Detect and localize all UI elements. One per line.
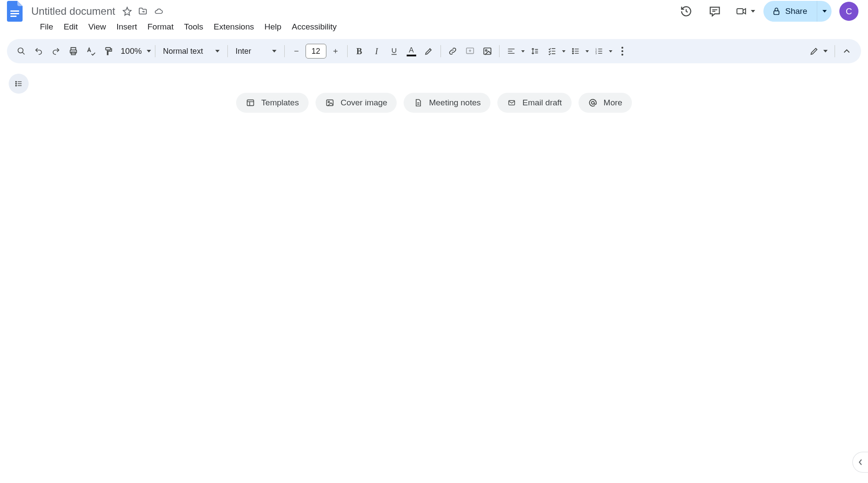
meet-button[interactable]: [733, 1, 756, 22]
svg-point-12: [572, 49, 574, 50]
search-icon[interactable]: [13, 43, 30, 59]
svg-point-19: [621, 50, 623, 52]
separator: [155, 45, 155, 57]
svg-point-18: [621, 47, 623, 49]
print-icon[interactable]: [65, 43, 82, 59]
lock-icon: [772, 7, 781, 16]
text-color-swatch: [407, 55, 416, 56]
italic-button[interactable]: I: [368, 43, 385, 59]
comments-icon[interactable]: [704, 1, 725, 22]
zoom-value: 100%: [121, 46, 142, 56]
cloud-status-icon[interactable]: [153, 6, 164, 16]
caret-down-icon[interactable]: [561, 50, 566, 52]
menu-view[interactable]: View: [84, 20, 110, 33]
increase-font-size[interactable]: [327, 43, 344, 59]
chip-label: Email draft: [523, 98, 562, 108]
text-color-button[interactable]: A: [403, 43, 420, 59]
svg-point-22: [16, 83, 16, 84]
underline-button[interactable]: [386, 43, 402, 59]
undo-icon[interactable]: [30, 43, 47, 59]
chip-email-draft[interactable]: Email draft: [497, 93, 572, 113]
menu-tools[interactable]: Tools: [180, 20, 207, 33]
chip-cover-image[interactable]: Cover image: [316, 93, 397, 113]
redo-icon[interactable]: [48, 43, 64, 59]
collapse-toolbar-button[interactable]: [838, 43, 855, 59]
chip-templates[interactable]: Templates: [236, 93, 309, 113]
title-icon-group: [122, 6, 164, 16]
header-right: Share C: [676, 1, 858, 22]
paint-format-icon[interactable]: [100, 43, 116, 59]
svg-point-21: [16, 81, 16, 82]
suggestion-chips: Templates Cover image Meeting notes Emai…: [0, 93, 868, 113]
svg-point-11: [485, 49, 487, 51]
svg-text:3: 3: [595, 52, 596, 55]
separator: [227, 45, 228, 57]
notes-icon: [413, 98, 423, 108]
menu-insert[interactable]: Insert: [112, 20, 141, 33]
svg-rect-24: [247, 100, 254, 105]
line-spacing-button[interactable]: [526, 43, 543, 59]
bold-button[interactable]: B: [351, 43, 368, 59]
checklist-button[interactable]: [544, 43, 560, 59]
caret-down-icon[interactable]: [520, 50, 526, 52]
align-button[interactable]: [503, 43, 519, 59]
star-icon[interactable]: [122, 6, 132, 16]
svg-rect-10: [483, 48, 491, 55]
more-tools-button[interactable]: [614, 43, 631, 59]
share-button[interactable]: Share: [763, 1, 817, 22]
menu-edit[interactable]: Edit: [59, 20, 82, 33]
separator: [441, 45, 441, 57]
chip-meeting-notes[interactable]: Meeting notes: [404, 93, 490, 113]
separator: [284, 45, 285, 57]
svg-rect-1: [10, 13, 19, 14]
insert-image-button[interactable]: [479, 43, 496, 59]
add-comment-button[interactable]: [462, 43, 478, 59]
caret-down-icon: [822, 10, 827, 13]
svg-point-26: [328, 101, 329, 103]
docs-logo[interactable]: [3, 0, 26, 23]
paragraph-style-value: Normal text: [163, 47, 203, 56]
menu-accessibility[interactable]: Accessibility: [287, 20, 341, 33]
svg-rect-3: [737, 9, 743, 14]
show-side-panel-button[interactable]: [852, 452, 868, 473]
menu-file[interactable]: File: [36, 20, 58, 33]
zoom-picker[interactable]: 100%: [117, 43, 145, 59]
svg-rect-0: [10, 10, 19, 12]
list-icon: [14, 80, 23, 88]
account-avatar[interactable]: C: [839, 2, 858, 21]
caret-down-icon: [750, 10, 756, 13]
menu-help[interactable]: Help: [260, 20, 286, 33]
font-size-input[interactable]: 12: [306, 44, 326, 59]
svg-point-28: [591, 101, 594, 104]
move-icon[interactable]: [138, 6, 148, 16]
menu-format[interactable]: Format: [143, 20, 178, 33]
separator: [835, 45, 835, 57]
spellcheck-icon[interactable]: [82, 43, 99, 59]
svg-rect-8: [106, 48, 111, 50]
bulleted-list-button[interactable]: [567, 43, 584, 59]
caret-down-icon[interactable]: [585, 50, 590, 52]
share-caret[interactable]: [817, 1, 832, 22]
editing-mode-button[interactable]: [806, 46, 831, 56]
templates-icon: [246, 98, 255, 108]
separator: [499, 45, 500, 57]
caret-down-icon: [823, 50, 828, 52]
history-icon[interactable]: [676, 1, 697, 22]
at-icon: [588, 98, 598, 108]
show-outline-button[interactable]: [9, 74, 29, 94]
document-title[interactable]: Untitled document: [28, 4, 118, 18]
share-button-group: Share: [763, 1, 832, 22]
insert-link-button[interactable]: [444, 43, 461, 59]
menu-extensions[interactable]: Extensions: [209, 20, 258, 33]
highlight-color-button[interactable]: [421, 43, 437, 59]
paragraph-style-picker[interactable]: Normal text: [159, 47, 224, 56]
decrease-font-size[interactable]: [288, 43, 305, 59]
share-label: Share: [785, 7, 807, 16]
email-icon: [507, 98, 516, 108]
chip-more[interactable]: More: [579, 93, 632, 113]
svg-rect-4: [774, 11, 779, 14]
caret-down-icon[interactable]: [608, 50, 613, 52]
font-picker[interactable]: Inter: [231, 47, 281, 56]
caret-down-icon[interactable]: [146, 50, 151, 52]
numbered-list-button[interactable]: 123: [591, 43, 607, 59]
